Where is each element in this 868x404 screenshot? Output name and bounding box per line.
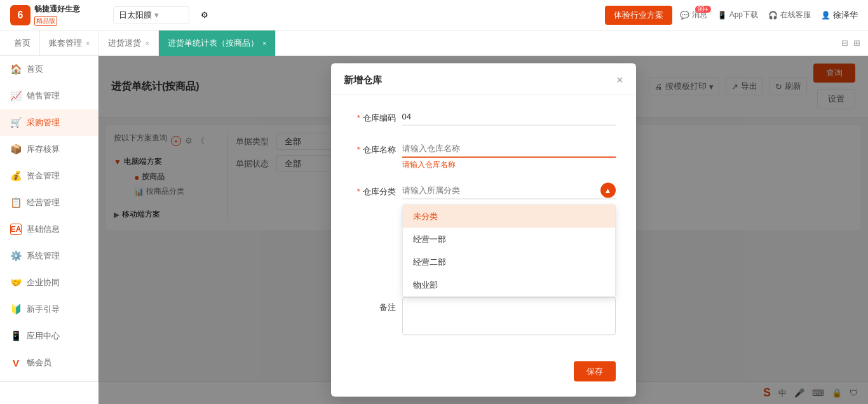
tab-account[interactable]: 账套管理 × [40,30,99,56]
online-service-item[interactable]: 🎧 在线客服 [768,10,811,20]
store-selector[interactable]: 日太阳膜 ▾ [113,6,189,24]
tab-return[interactable]: 进货退货 × [99,30,158,56]
user-icon: 👤 [821,11,831,20]
code-label: * 仓库编码 [351,108,402,128]
vip-icon: V [10,357,22,368]
sidebar-item-purchase[interactable]: 🛒 采购管理 [0,109,98,136]
tab-close-icon[interactable]: × [145,39,149,47]
modal-header: 新增仓库 × [331,64,636,95]
basic-icon: EA [10,224,22,235]
messages-icon-item[interactable]: 💬 消息 99+ [680,10,707,20]
tab-bar-actions: ⊟ ⊞ [841,38,868,48]
logo-area: 6 畅捷通好生意 精品版 [10,4,105,26]
top-right: 💬 消息 99+ 📱 App下载 🎧 在线客服 👤 徐泽华 [680,10,858,21]
phone-icon: 📱 [717,11,727,20]
category-label: * 仓库分类 [351,182,402,202]
tab-minimize-icon[interactable]: ⊟ [841,38,848,48]
sidebar-item-collab[interactable]: 🤝 企业协同 [0,269,98,296]
form-row-name: * 仓库名称 请输入仓库名称 [351,140,616,170]
content-area: 进货单统计(按商品) 🖨 按模板打印 ▾ ↗ 导出 ↻ 刷新 查询 设置 [98,56,868,404]
home-icon: 🏠 [10,64,22,75]
collab-icon: 🤝 [10,277,22,288]
tab-home[interactable]: 首页 [5,30,40,56]
modal-title: 新增仓库 [344,74,382,86]
sidebar-item-operation[interactable]: 📋 经营管理 [0,189,98,216]
sidebar-item-basic[interactable]: EA 基础信息 [0,216,98,243]
category-field: ▲ 未分类 经营一部 经营二部 物业部 [402,182,616,199]
message-icon: 💬 [680,11,689,20]
sales-icon: 📈 [10,90,22,102]
name-error-msg: 请输入仓库名称 [402,159,616,170]
note-field [402,297,616,337]
form-row-code: * 仓库编码 [351,108,616,128]
sidebar-item-sales[interactable]: 📈 销售管理 [0,83,98,109]
sidebar-item-home[interactable]: 🏠 首页 [0,56,98,83]
dropdown-item-dept3[interactable]: 物业部 [403,274,615,297]
modal-close-button[interactable]: × [616,74,623,87]
dropdown-item-dept1[interactable]: 经营一部 [403,228,615,251]
main-layout: 🏠 首页 📈 销售管理 🛒 采购管理 📦 库存核算 💰 资金管理 📋 经营管理 … [0,56,868,404]
apps-icon: 📱 [10,330,22,342]
form-row-note: 备注 [351,297,616,337]
headphone-icon: 🎧 [768,11,778,20]
finance-icon: 💰 [10,170,22,182]
sidebar-item-system[interactable]: ⚙️ 系统管理 [0,243,98,269]
tab-purchase-stat[interactable]: 进货单统计表（按商品） × [159,30,276,56]
trial-button[interactable]: 体验行业方案 [605,6,672,25]
settings-icon[interactable]: ⚙ [197,6,212,24]
guide-icon: 🔰 [10,304,22,315]
operation-icon: 📋 [10,197,22,208]
code-input[interactable] [402,108,616,126]
name-label: * 仓库名称 [351,140,402,160]
sidebar: 🏠 首页 📈 销售管理 🛒 采购管理 📦 库存核算 💰 资金管理 📋 经营管理 … [0,56,98,404]
top-bar: 6 畅捷通好生意 精品版 日太阳膜 ▾ ⚙ 体验行业方案 💬 消息 99+ 📱 … [0,0,868,30]
logo-text: 畅捷通好生意 精品版 [34,4,80,26]
note-label: 备注 [351,297,402,318]
modal-body: * 仓库编码 * 仓库名称 请输入仓库名称 [331,95,636,361]
name-field: 请输入仓库名称 [402,140,616,170]
category-arrow-icon[interactable]: ▲ [600,183,616,198]
inventory-icon: 📦 [10,144,22,155]
dropdown-item-dept2[interactable]: 经营二部 [403,251,615,274]
code-field [402,108,616,126]
modal-footer: 保存 [331,361,636,382]
tab-close-icon[interactable]: × [86,39,90,47]
sidebar-item-inventory[interactable]: 📦 库存核算 [0,136,98,163]
purchase-icon: 🛒 [10,117,22,128]
sidebar-item-guide[interactable]: 🔰 新手引导 [0,296,98,323]
form-row-category: * 仓库分类 ▲ 未分类 经营一部 经营二部 物业部 [351,182,616,202]
logo-icon: 6 [10,5,31,25]
system-icon: ⚙️ [10,250,22,262]
category-dropdown: 未分类 经营一部 经营二部 物业部 [402,205,616,297]
name-input[interactable] [402,140,616,158]
tab-bar: 首页 账套管理 × 进货退货 × 进货单统计表（按商品） × ⊟ ⊞ [0,30,868,56]
category-input[interactable] [402,182,616,199]
add-warehouse-modal: 新增仓库 × * 仓库编码 * 仓 [331,64,636,397]
user-profile[interactable]: 👤 徐泽华 [821,10,858,21]
tab-expand-icon[interactable]: ⊞ [853,38,860,48]
chevron-down-icon: ▾ [154,10,159,20]
sidebar-item-vip[interactable]: V 畅会员 [0,349,98,376]
sidebar-item-apps[interactable]: 📱 应用中心 [0,323,98,349]
tab-close-icon[interactable]: × [262,39,266,47]
sidebar-item-finance[interactable]: 💰 资金管理 [0,163,98,189]
dropdown-item-unclassified[interactable]: 未分类 [403,205,615,228]
save-button[interactable]: 保存 [574,361,616,382]
note-textarea[interactable] [402,297,616,335]
app-download-item[interactable]: 📱 App下载 [717,10,758,20]
category-select-wrap: ▲ [402,182,616,199]
